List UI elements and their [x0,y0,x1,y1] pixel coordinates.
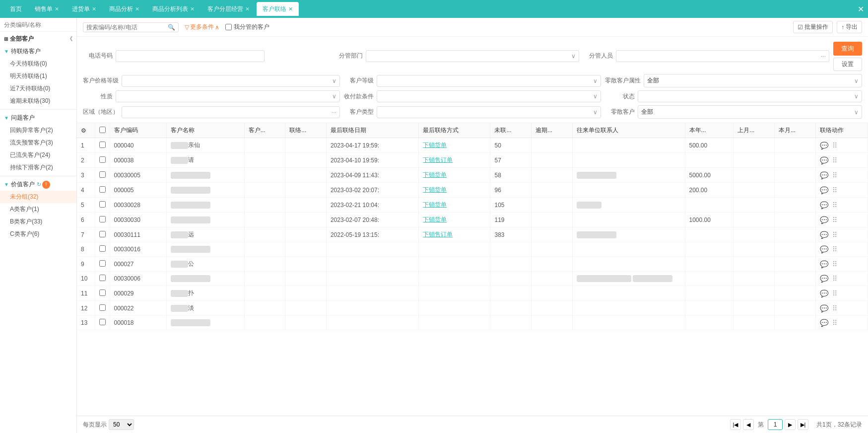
sidebar-item-ungroup[interactable]: 未分组(32) [0,191,76,203]
price-level-select[interactable]: ∨ [122,75,340,87]
first-page-btn[interactable]: |◀ [730,419,741,430]
customer-type-select[interactable]: ∨ [377,106,601,118]
tab-product-list[interactable]: 商品分析列表 ✕ [146,2,200,16]
row-check[interactable] [95,286,110,301]
phone-input[interactable] [116,50,265,62]
select-all-checkbox[interactable] [99,127,106,133]
close-icon[interactable]: ✕ [92,6,96,12]
close-icon[interactable]: ✕ [245,6,250,12]
dots-icon[interactable]: ··· [821,53,826,60]
row-check[interactable] [95,198,110,213]
page-input[interactable] [768,419,783,430]
tab-sales[interactable]: 销售单 ✕ [29,2,65,16]
all-customers-header[interactable]: ⊞ 全部客户 《 [0,32,76,45]
qr-icon[interactable]: ⠿ [832,156,837,164]
row-check[interactable] [95,227,110,242]
qr-icon[interactable]: ⠿ [832,289,837,297]
row-check[interactable] [95,242,110,257]
staff-select[interactable]: ··· [616,50,829,62]
message-icon[interactable]: 💬 [820,260,828,268]
sidebar-item-abnormal[interactable]: 回购异常客户(2) [0,124,76,137]
tab-customer-contact[interactable]: 客户联络 ✕ [257,2,299,16]
next-page-btn[interactable]: ▶ [785,419,796,430]
pending-contact-header[interactable]: ▼ 待联络客户 [0,45,76,58]
page-size-select[interactable]: 50 20 100 [109,419,134,430]
dots-icon[interactable]: ··· [332,109,336,116]
row-check[interactable] [95,213,110,227]
qr-icon[interactable]: ⠿ [832,245,837,253]
my-customers-check[interactable] [225,24,232,30]
row-check[interactable] [95,257,110,272]
row-check[interactable] [95,316,110,330]
close-icon[interactable]: ✕ [190,6,195,12]
qr-icon[interactable]: ⠿ [832,260,837,268]
row-check[interactable] [95,272,110,286]
message-icon[interactable]: 💬 [820,319,828,327]
message-icon[interactable]: 💬 [820,231,828,239]
tab-purchase[interactable]: 进货单 ✕ [66,2,102,16]
sidebar-item-tomorrow[interactable]: 明天待联络(1) [0,70,76,82]
row-check[interactable] [95,168,110,183]
query-button[interactable]: 查询 [833,42,862,56]
sidebar-item-class-c[interactable]: C类客户(6) [0,228,76,240]
last-method-link[interactable]: 下销货单 [423,216,447,223]
customer-level-select[interactable]: ∨ [377,75,601,87]
close-window-icon[interactable]: ✕ [858,4,864,14]
prev-page-btn[interactable]: ◀ [743,419,754,430]
qr-icon[interactable]: ⠿ [832,216,837,224]
sidebar-item-declining[interactable]: 持续下滑客户(2) [0,161,76,174]
sidebar-item-class-a[interactable]: A类客户(1) [0,203,76,216]
refresh-icon[interactable]: ↻ [37,181,41,188]
row-check[interactable] [95,183,110,198]
sidebar-item-class-b[interactable]: B类客户(33) [0,216,76,228]
row-check[interactable] [95,153,110,168]
qr-icon[interactable]: ⠿ [832,304,837,312]
tab-product-analysis[interactable]: 商品分析 ✕ [103,2,145,16]
qr-icon[interactable]: ⠿ [832,275,837,283]
close-icon[interactable]: ✕ [55,6,59,12]
status-select[interactable]: ∨ [638,90,862,102]
last-method-link[interactable]: 下销货单 [423,142,447,148]
message-icon[interactable]: 💬 [820,142,828,149]
sidebar-item-7days[interactable]: 近7天待联络(0) [0,82,76,95]
last-method-link[interactable]: 下销货单 [423,201,447,208]
check-col-header[interactable] [95,123,110,138]
close-icon[interactable]: ✕ [288,6,293,12]
qr-icon[interactable]: ⠿ [832,142,837,149]
row-check[interactable] [95,138,110,153]
qr-icon[interactable]: ⠿ [832,201,837,209]
row-check[interactable] [95,301,110,316]
sidebar-item-churn-warning[interactable]: 流失预警客户(3) [0,137,76,149]
last-page-btn[interactable]: ▶| [798,419,808,430]
sidebar-item-overdue[interactable]: 逾期未联络(30) [0,95,76,107]
qr-icon[interactable]: ⠿ [832,231,837,239]
message-icon[interactable]: 💬 [820,171,828,179]
value-customers-header[interactable]: ▼ 价值客户 ↻ ! [0,178,76,191]
collapse-icon[interactable]: 《 [67,35,72,43]
search-icon[interactable]: 🔍 [168,24,175,31]
message-icon[interactable]: 💬 [820,275,828,283]
last-method-link[interactable]: 下销货单 [423,186,447,193]
tab-customer-segment[interactable]: 客户分层经营 ✕ [201,2,256,16]
message-icon[interactable]: 💬 [820,186,828,194]
tab-home[interactable]: 首页 [4,2,28,16]
message-icon[interactable]: 💬 [820,201,828,209]
settings-col-header[interactable]: ⚙ [77,123,95,138]
retail-customer-select[interactable]: 全部 ∨ [638,105,862,119]
message-icon[interactable]: 💬 [820,156,828,164]
payment-select[interactable]: ∨ [377,90,601,102]
sidebar-item-today[interactable]: 今天待联络(0) [0,58,76,70]
problem-customers-header[interactable]: ▼ 问题客户 [0,112,76,124]
reset-button[interactable]: 设置 [833,58,862,71]
message-icon[interactable]: 💬 [820,304,828,312]
last-method-link[interactable]: 下销货单 [423,171,447,178]
message-icon[interactable]: 💬 [820,289,828,297]
message-icon[interactable]: 💬 [820,245,828,253]
export-button[interactable]: ↑ 导出 [837,21,862,33]
sidebar-item-churned[interactable]: 已流失客户(24) [0,149,76,161]
dept-select[interactable]: ∨ [366,50,579,62]
sidebar-search-input[interactable] [4,21,77,28]
last-method-link[interactable]: 下销售订单 [423,156,453,163]
qr-icon[interactable]: ⠿ [832,171,837,179]
close-icon[interactable]: ✕ [135,6,139,12]
